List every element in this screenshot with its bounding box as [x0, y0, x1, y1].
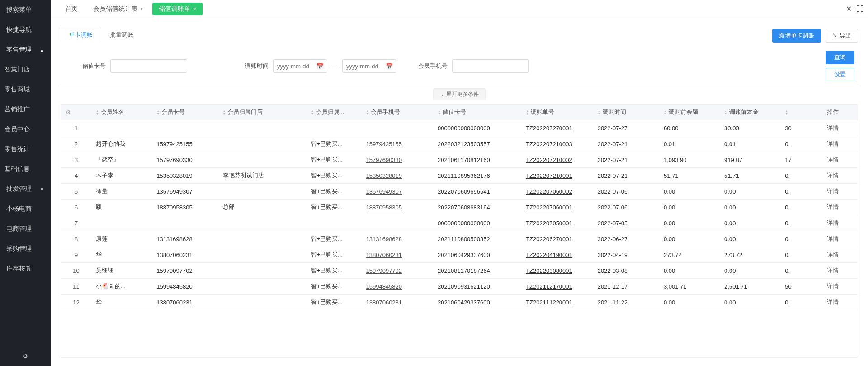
cell-order[interactable]: TZ202207210001 — [521, 168, 593, 184]
sidebar-item[interactable]: 库存核算 — [0, 259, 51, 279]
sort-icon[interactable]: ▲▼ — [96, 110, 99, 115]
cell-order[interactable]: TZ202111220001 — [521, 295, 593, 310]
cell-order[interactable]: TZ202207050001 — [521, 215, 593, 231]
expand-filters-button[interactable]: ⌄ 展开更多条件 — [433, 88, 485, 100]
sidebar-subitem[interactable]: 基础信息 — [0, 159, 51, 179]
tab[interactable]: 首页 — [59, 3, 84, 15]
cell-order[interactable]: TZ202207210002 — [521, 152, 593, 168]
detail-link[interactable]: 详情 — [827, 219, 839, 226]
cell-phone[interactable]: 15797690330 — [362, 152, 434, 168]
detail-link[interactable]: 详情 — [827, 283, 839, 290]
sort-icon[interactable]: ▲▼ — [664, 110, 667, 115]
cell-order[interactable]: TZ202207060001 — [521, 200, 593, 215]
cell-phone[interactable]: 13131698628 — [362, 231, 434, 247]
cell-extra: 0. — [780, 136, 808, 152]
column-header[interactable]: ▲▼调账前本金 — [720, 105, 780, 120]
sidebar-subitem[interactable]: 智慧门店 — [0, 60, 51, 80]
cell-phone[interactable]: 15979097702 — [362, 263, 434, 279]
detail-link[interactable]: 详情 — [827, 204, 839, 210]
sort-icon[interactable]: ▲▼ — [598, 110, 601, 115]
column-header[interactable]: ▲▼调账时间 — [593, 105, 659, 120]
sidebar-subitem[interactable]: 零售商城 — [0, 80, 51, 100]
detail-link[interactable]: 详情 — [827, 124, 839, 131]
sort-icon[interactable]: ▲▼ — [311, 110, 314, 115]
cell-principal: 30.00 — [720, 120, 780, 136]
tab[interactable]: 会员储值统计表× — [87, 3, 150, 15]
cell-order[interactable]: TZ202206270001 — [521, 231, 593, 247]
column-header[interactable]: ▲▼会员姓名 — [91, 105, 152, 120]
cell-phone[interactable]: 18870958305 — [362, 200, 434, 215]
cell-order[interactable]: TZ202112170001 — [521, 279, 593, 295]
detail-link[interactable]: 详情 — [827, 299, 839, 305]
sidebar-subitem[interactable]: 营销推广 — [0, 100, 51, 119]
date-to-input[interactable] — [342, 59, 396, 73]
cell-phone[interactable]: 15979425155 — [362, 136, 434, 152]
cell-order[interactable]: TZ202203080001 — [521, 263, 593, 279]
sidebar-item[interactable]: 快捷导航 — [0, 20, 51, 40]
cell-order[interactable]: TZ202207210003 — [521, 136, 593, 152]
tab[interactable]: 储值调账单× — [152, 3, 203, 15]
column-header[interactable]: ▲▼会员卡号 — [152, 105, 218, 120]
cell-phone[interactable]: 13807060231 — [362, 295, 434, 310]
sort-icon[interactable]: ▲▼ — [223, 110, 226, 115]
sort-icon[interactable]: ▲▼ — [526, 110, 529, 115]
detail-link[interactable]: 详情 — [827, 172, 839, 179]
detail-link[interactable]: 详情 — [827, 188, 839, 195]
column-header[interactable]: ▲▼调账单号 — [521, 105, 593, 120]
tab-close-all-icon[interactable]: ✕ — [846, 5, 852, 13]
settings-icon[interactable]: ⚙ — [0, 346, 51, 366]
detail-link[interactable]: 详情 — [827, 267, 839, 274]
detail-link[interactable]: 详情 — [827, 235, 839, 242]
column-header[interactable]: ▲▼会员归属门店 — [218, 105, 307, 120]
column-header[interactable]: ▲▼调账前余额 — [659, 105, 720, 120]
detail-link[interactable]: 详情 — [827, 140, 839, 147]
sort-icon[interactable]: ▲▼ — [156, 110, 160, 115]
date-from-input[interactable] — [273, 59, 327, 73]
cell-order[interactable]: TZ202204190001 — [521, 247, 593, 263]
sidebar-item[interactable]: 小畅电商 — [0, 199, 51, 219]
sort-icon[interactable]: ▲▼ — [785, 110, 788, 115]
cell-order[interactable]: TZ202207060002 — [521, 184, 593, 200]
phone-input[interactable] — [452, 59, 529, 73]
gear-icon[interactable]: ⚙ — [66, 109, 71, 116]
sidebar-item[interactable]: 搜索菜单 — [0, 0, 51, 20]
sidebar-item[interactable]: 批发管理▼ — [0, 179, 51, 199]
sidebar-subitem[interactable]: 零售统计 — [0, 139, 51, 159]
cell-name — [91, 215, 152, 231]
cell-card — [152, 120, 218, 136]
detail-link[interactable]: 详情 — [827, 251, 839, 258]
cell-phone[interactable]: 13576949307 — [362, 184, 434, 200]
settings-button[interactable]: 设置 — [826, 68, 854, 81]
subtabs: 单卡调账批量调账 — [61, 26, 142, 43]
sidebar-item[interactable]: 采购管理 — [0, 239, 51, 259]
sidebar-subitem[interactable]: 会员中心 — [0, 119, 51, 139]
cell-order[interactable]: TZ202207270001 — [521, 120, 593, 136]
close-icon[interactable]: × — [193, 6, 196, 12]
cell-principal: 0.00 — [720, 263, 780, 279]
subtab[interactable]: 单卡调账 — [61, 27, 101, 43]
cell-extra: 0. — [780, 295, 808, 310]
export-button[interactable]: ⇲导出 — [826, 29, 858, 43]
cell-phone[interactable]: 13807060231 — [362, 247, 434, 263]
column-header[interactable]: ▲▼ — [780, 105, 808, 120]
column-header[interactable]: ▲▼会员手机号 — [362, 105, 434, 120]
cell-reccard: 2021110895362176 — [433, 168, 521, 184]
sidebar-item[interactable]: 电商管理 — [0, 219, 51, 239]
fullscreen-icon[interactable]: ⛶ — [856, 5, 863, 13]
add-single-card-button[interactable]: 新增单卡调账 — [772, 29, 821, 43]
query-button[interactable]: 查询 — [826, 51, 854, 64]
cell-balance: 1,093.90 — [659, 152, 720, 168]
subtab[interactable]: 批量调账 — [101, 27, 142, 43]
sort-icon[interactable]: ▲▼ — [438, 110, 441, 115]
card-number-input[interactable] — [110, 59, 187, 73]
column-header[interactable]: ▲▼会员归属... — [307, 105, 362, 120]
sort-icon[interactable]: ▲▼ — [366, 110, 369, 115]
close-icon[interactable]: × — [140, 6, 143, 12]
cell-phone[interactable]: 15350328019 — [362, 168, 434, 184]
detail-link[interactable]: 详情 — [827, 156, 839, 163]
cell-time: 2022-07-27 — [593, 120, 659, 136]
sidebar-item[interactable]: 零售管理▲ — [0, 40, 51, 60]
cell-phone[interactable]: 15994845820 — [362, 279, 434, 295]
sort-icon[interactable]: ▲▼ — [724, 110, 727, 115]
column-header[interactable]: ▲▼储值卡号 — [433, 105, 521, 120]
